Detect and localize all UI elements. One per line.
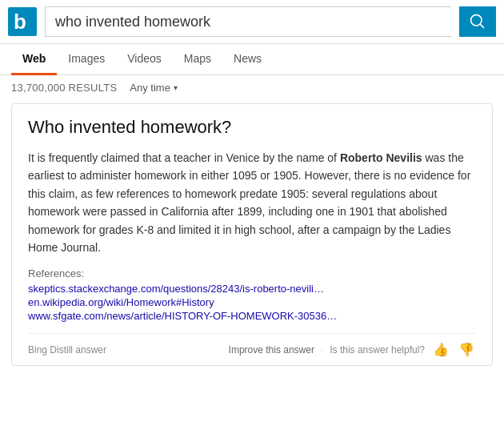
chevron-down-icon: ▾ <box>174 83 178 92</box>
improve-answer-link[interactable]: Improve this answer <box>229 344 314 356</box>
references-section: References: skeptics.stackexchange.com/q… <box>28 267 476 322</box>
tab-images[interactable]: Images <box>57 44 116 75</box>
distill-footer: Bing Distill answer Improve this answer … <box>28 333 476 365</box>
distill-title: Who invented homework? <box>28 117 476 138</box>
search-icon <box>470 14 486 30</box>
reference-link-3[interactable]: www.sfgate.com/news/article/HISTORY-OF-H… <box>28 310 476 322</box>
nav-tabs: Web Images Videos Maps News <box>0 44 504 75</box>
bing-logo: b <box>8 7 37 36</box>
tab-videos[interactable]: Videos <box>116 44 173 75</box>
thumbs-down-button[interactable]: 👎 <box>457 342 476 357</box>
body-bold: Roberto Nevilis <box>340 151 422 164</box>
footer-separator: · <box>321 344 323 356</box>
filter-label: Any time <box>130 82 170 94</box>
body-part1: It is frequently claimed that a teacher … <box>28 151 340 164</box>
results-bar: 13,700,000 RESULTS Any time ▾ <box>0 75 504 100</box>
header: b who invented homework <box>0 0 504 44</box>
reference-link-2[interactable]: en.wikipedia.org/wiki/Homework#History <box>28 296 476 308</box>
search-bar: who invented homework <box>45 6 451 37</box>
filter-dropdown[interactable]: Any time ▾ <box>130 82 178 94</box>
distill-body: It is frequently claimed that a teacher … <box>28 149 476 256</box>
distill-source-label: Bing Distill answer <box>28 344 106 356</box>
reference-link-1[interactable]: skeptics.stackexchange.com/questions/282… <box>28 283 476 295</box>
search-button[interactable] <box>459 6 496 37</box>
distill-card: Who invented homework? It is frequently … <box>11 103 493 366</box>
helpful-label: Is this answer helpful? <box>330 344 425 356</box>
results-count: 13,700,000 RESULTS <box>11 82 117 94</box>
thumbs-up-button[interactable]: 👍 <box>431 342 450 357</box>
tab-web[interactable]: Web <box>11 44 57 75</box>
tab-maps[interactable]: Maps <box>173 44 222 75</box>
references-label: References: <box>28 267 476 279</box>
svg-text:b: b <box>14 10 26 34</box>
search-input[interactable]: who invented homework <box>46 7 451 36</box>
distill-footer-right: Improve this answer · Is this answer hel… <box>229 342 476 357</box>
tab-news[interactable]: News <box>222 44 273 75</box>
body-part2: was the earliest to administer homework … <box>28 151 470 254</box>
